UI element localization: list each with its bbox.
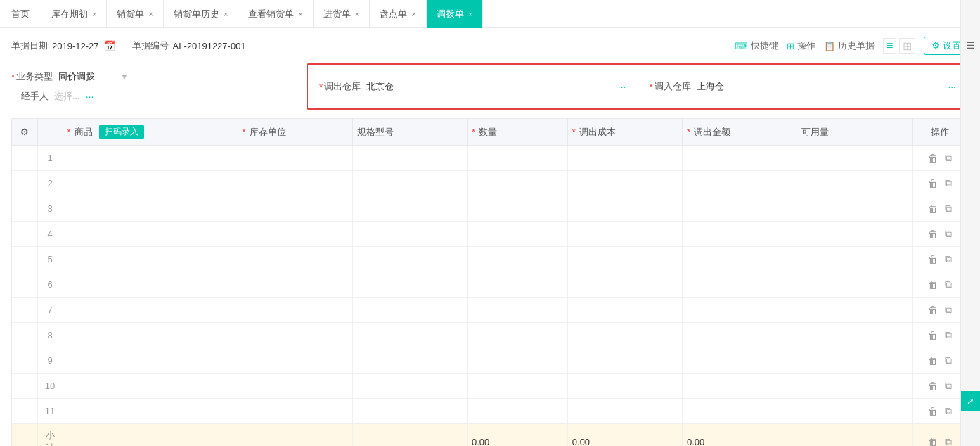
row-10-available[interactable]: [797, 374, 912, 399]
row-3-product[interactable]: [63, 196, 238, 222]
row-5-cost[interactable]: [567, 247, 682, 272]
delete-icon-5[interactable]: 🗑: [927, 253, 939, 267]
tab-inventory-init-close[interactable]: ×: [92, 10, 96, 18]
business-type-dropdown-icon[interactable]: ▼: [120, 72, 129, 82]
delete-icon-2[interactable]: 🗑: [927, 177, 939, 191]
row-4-spec[interactable]: [352, 222, 467, 247]
row-9-available[interactable]: [797, 348, 912, 374]
calendar-icon[interactable]: 📅: [103, 40, 115, 51]
row-2-cost[interactable]: [567, 171, 682, 196]
row-6-available[interactable]: [797, 272, 912, 298]
copy-icon-1[interactable]: ⧉: [943, 151, 953, 165]
row-8-amount[interactable]: [683, 323, 797, 348]
row-1-qty[interactable]: [467, 146, 567, 171]
row-7-available[interactable]: [797, 298, 912, 323]
tab-transfer-close[interactable]: ×: [468, 10, 472, 18]
delete-icon[interactable]: 🗑: [927, 404, 939, 419]
tab-sales-history[interactable]: 销货单历史 ×: [164, 0, 238, 28]
row-4-product[interactable]: [63, 222, 238, 247]
row-8-unit[interactable]: [238, 323, 352, 348]
row-9-amount[interactable]: [683, 348, 797, 374]
row-11-product[interactable]: [63, 399, 238, 424]
row-2-product[interactable]: [63, 171, 238, 196]
row-5-product[interactable]: [63, 247, 238, 272]
tab-purchase-order-close[interactable]: ×: [355, 10, 359, 18]
row-10-amount[interactable]: [683, 374, 797, 399]
row-6-product[interactable]: [63, 272, 238, 298]
row-11-amount[interactable]: [683, 399, 797, 424]
sidebar-expand-icon[interactable]: ⤢: [961, 391, 981, 411]
row-10-qty[interactable]: [467, 374, 567, 399]
copy-icon-6[interactable]: ⧉: [943, 277, 953, 292]
row-2-unit[interactable]: [238, 171, 352, 196]
copy-icon-8[interactable]: ⧉: [943, 328, 953, 343]
row-2-available[interactable]: [797, 171, 912, 196]
tab-transfer[interactable]: 调拨单 ×: [427, 0, 483, 28]
sidebar-list-icon[interactable]: ☰: [961, 35, 981, 55]
delete-icon-8[interactable]: 🗑: [927, 329, 939, 343]
row-3-qty[interactable]: [467, 196, 567, 222]
tab-inventory-count-close[interactable]: ×: [411, 10, 415, 18]
business-type-value[interactable]: 同价调拨: [58, 70, 115, 83]
copy-icon-2[interactable]: ⧉: [943, 176, 953, 191]
row-5-amount[interactable]: [683, 247, 797, 272]
copy-icon-5[interactable]: ⧉: [943, 252, 953, 267]
row-8-product[interactable]: [63, 323, 238, 348]
handler-placeholder[interactable]: 选择...: [54, 90, 80, 103]
row-1-amount[interactable]: [683, 146, 797, 171]
tab-view-sales[interactable]: 查看销货单 ×: [238, 0, 313, 28]
warehouse-in-more-icon[interactable]: ···: [948, 81, 956, 92]
tab-view-sales-close[interactable]: ×: [298, 10, 302, 18]
row-8-cost[interactable]: [567, 323, 682, 348]
row-6-cost[interactable]: [567, 272, 682, 298]
row-3-spec[interactable]: [352, 196, 467, 222]
row-6-qty[interactable]: [467, 272, 567, 298]
row-8-qty[interactable]: [467, 323, 567, 348]
delete-icon-7[interactable]: 🗑: [927, 303, 939, 317]
delete-icon-9[interactable]: 🗑: [927, 354, 939, 368]
warehouse-out-more-icon[interactable]: ···: [618, 81, 626, 92]
subtotal-delete-icon[interactable]: 🗑: [927, 435, 939, 446]
shortcut-action[interactable]: ⌨ 快捷键: [735, 39, 778, 52]
row-6-amount[interactable]: [683, 272, 797, 298]
row-11-unit[interactable]: [238, 399, 352, 424]
row-7-spec[interactable]: [352, 298, 467, 323]
row-7-qty[interactable]: [467, 298, 567, 323]
row-8-spec[interactable]: [352, 323, 467, 348]
operations-action[interactable]: ⊞ 操作: [787, 39, 815, 52]
row-2-amount[interactable]: [683, 171, 797, 196]
copy-icon[interactable]: ⧉: [943, 404, 953, 419]
row-9-product[interactable]: [63, 348, 238, 374]
row-1-product[interactable]: [63, 146, 238, 171]
row-5-spec[interactable]: [352, 247, 467, 272]
row-9-cost[interactable]: [567, 348, 682, 374]
row-7-unit[interactable]: [238, 298, 352, 323]
row-11-available[interactable]: [797, 399, 912, 424]
delete-icon-4[interactable]: 🗑: [927, 227, 939, 241]
delete-icon-10[interactable]: 🗑: [927, 379, 939, 393]
tab-inventory-count[interactable]: 盘点单 ×: [370, 0, 426, 28]
grid-view-icon[interactable]: ⊞: [899, 38, 915, 54]
row-3-unit[interactable]: [238, 196, 352, 222]
row-9-qty[interactable]: [467, 348, 567, 374]
tab-sales-history-close[interactable]: ×: [224, 10, 228, 18]
row-4-qty[interactable]: [467, 222, 567, 247]
row-3-available[interactable]: [797, 196, 912, 222]
history-action[interactable]: 📋 历史单据: [824, 39, 875, 52]
row-5-unit[interactable]: [238, 247, 352, 272]
row-6-spec[interactable]: [352, 272, 467, 298]
tab-sales-order[interactable]: 销货单 ×: [107, 0, 163, 28]
copy-icon-10[interactable]: ⧉: [943, 378, 953, 393]
row-4-cost[interactable]: [567, 222, 682, 247]
copy-icon-3[interactable]: ⧉: [943, 201, 953, 216]
copy-icon-4[interactable]: ⧉: [943, 227, 953, 241]
row-7-product[interactable]: [63, 298, 238, 323]
row-10-spec[interactable]: [352, 374, 467, 399]
tab-sales-order-close[interactable]: ×: [148, 10, 153, 18]
row-7-cost[interactable]: [567, 298, 682, 323]
row-5-qty[interactable]: [467, 247, 567, 272]
row-5-available[interactable]: [797, 247, 912, 272]
row-11-qty[interactable]: [467, 399, 567, 424]
row-4-available[interactable]: [797, 222, 912, 247]
row-10-unit[interactable]: [238, 374, 352, 399]
